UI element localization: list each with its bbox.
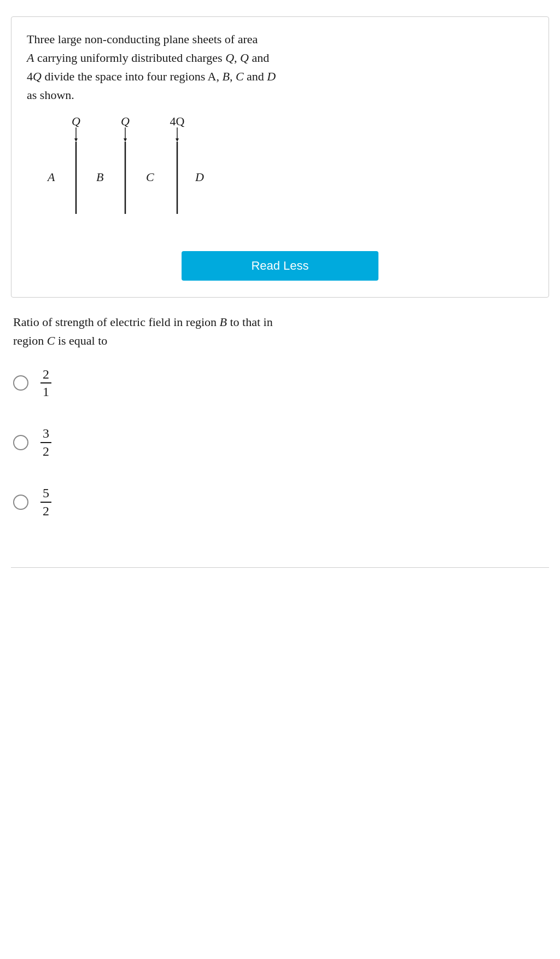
radio-option-1[interactable]: [13, 375, 28, 391]
read-less-button[interactable]: Read Less: [182, 251, 378, 281]
svg-marker-8: [176, 138, 179, 142]
svg-marker-6: [124, 138, 127, 142]
option-2[interactable]: 3 2: [13, 426, 547, 458]
radio-option-2[interactable]: [13, 435, 28, 450]
question-card: Three large non-conducting plane sheets …: [11, 16, 549, 298]
bottom-border: [11, 567, 549, 568]
main-question-text: Ratio of strength of electric field in r…: [0, 298, 560, 350]
diagram-svg: Q Q 4Q A B: [27, 110, 224, 236]
svg-marker-4: [74, 138, 78, 142]
fraction-5-over-2: 5 2: [40, 486, 51, 518]
option-3[interactable]: 5 2: [13, 486, 547, 518]
svg-text:Q: Q: [121, 114, 130, 128]
svg-text:A: A: [46, 170, 55, 184]
svg-text:Q: Q: [72, 114, 80, 128]
fraction-2-over-1: 2 1: [40, 367, 51, 399]
option-1[interactable]: 2 1: [13, 367, 547, 399]
svg-text:D: D: [195, 170, 204, 184]
fraction-3-over-2: 3 2: [40, 426, 51, 458]
options-area: 2 1 3 2 5 2: [0, 351, 560, 567]
page-container: Three large non-conducting plane sheets …: [0, 16, 560, 959]
radio-option-3[interactable]: [13, 495, 28, 510]
svg-text:C: C: [146, 170, 154, 184]
svg-text:4Q: 4Q: [170, 114, 185, 128]
question-text: Three large non-conducting plane sheets …: [27, 30, 533, 104]
svg-text:B: B: [96, 170, 103, 184]
